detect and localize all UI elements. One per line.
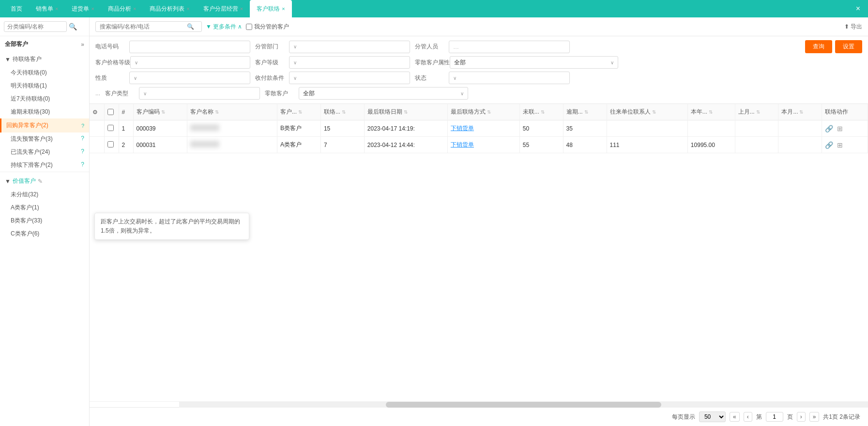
link-action-icon[interactable]: 🔗 [825, 125, 833, 132]
sort-icon: ⇅ [342, 109, 346, 115]
more-conditions-btn[interactable]: ▼ 更多条件 ∧ [206, 23, 242, 31]
sort-icon: ⇅ [756, 109, 760, 115]
sidebar-item-keep-drop[interactable]: 持续下滑客户(2) ? [0, 159, 89, 172]
page-label: 第 [756, 413, 762, 421]
th-unlink-days[interactable]: 未联...⇅ [519, 104, 563, 120]
horizontal-scrollbar[interactable] [90, 401, 868, 407]
per-page-select[interactable]: 50 100 200 [699, 411, 726, 422]
sidebar-item-repurchase-abnormal[interactable]: 回购异常客户(2) ? [0, 118, 89, 132]
sidebar-item-ungrouped[interactable]: 未分组(32) [0, 188, 89, 201]
value-customers-header[interactable]: ▼ 价值客户 ✎ [0, 174, 89, 188]
collapse-button[interactable]: » [81, 41, 84, 48]
nav-close-customer-contact[interactable]: × [282, 6, 285, 12]
already-lost-info-icon: ? [81, 148, 84, 156]
gender-select[interactable]: ∨ [129, 72, 250, 84]
sidebar-item-already-lost[interactable]: 已流失客户(24) ? [0, 146, 89, 159]
sidebar-item-overdue-contact[interactable]: 逾期未联络(30) [0, 105, 89, 118]
row-checkbox[interactable] [107, 125, 114, 131]
next-page-button[interactable]: › [797, 412, 806, 422]
th-this-year[interactable]: 本年...⇅ [687, 104, 735, 120]
my-customers-checkbox-wrap[interactable]: 我分管的客户 [246, 23, 289, 31]
nav-item-sales[interactable]: 销售单 × [29, 0, 65, 17]
sidebar-item-b-class[interactable]: B类客户(33) [0, 214, 89, 227]
nav-item-product-list[interactable]: 商品分析列表 × [143, 0, 196, 17]
sub-dept-select[interactable]: ∨ [289, 41, 410, 53]
sort-icon: ⇅ [799, 109, 803, 115]
cust-grade-cell: B类客户 [277, 120, 321, 137]
close-all-button[interactable]: × [856, 4, 860, 13]
my-customers-checkbox[interactable] [246, 24, 252, 30]
sidebar-item-c-class[interactable]: C类客户(6) [0, 227, 89, 240]
last-page-button[interactable]: » [809, 412, 820, 422]
th-last-month[interactable]: 上月...⇅ [735, 104, 778, 120]
cust-grade-cell: A类客户 [277, 137, 321, 153]
sidebar-item-7day-contact[interactable]: 近7天待联络(0) [0, 92, 89, 105]
cust-grade-select[interactable]: ∨ [289, 56, 410, 69]
select-all-checkbox[interactable] [107, 109, 114, 115]
status-select[interactable]: ∨ [449, 72, 570, 84]
sidebar-item-today-contact[interactable]: 今天待联络(0) [0, 66, 89, 79]
nav-close-purchase[interactable]: × [91, 6, 94, 12]
th-contact-person[interactable]: 往来单位联系人⇅ [607, 104, 687, 120]
last-contact-method-cell[interactable]: 下销货单 [447, 137, 519, 153]
page-number-input[interactable] [766, 412, 783, 422]
sort-icon: ⇅ [161, 109, 165, 115]
edit-icon[interactable]: ✎ [38, 178, 43, 185]
nav-close-customer-segment[interactable]: × [240, 6, 243, 12]
grid-action-icon[interactable]: ⊞ [837, 141, 843, 149]
th-overdue[interactable]: 逾期...⇅ [563, 104, 607, 120]
waiting-contact-header[interactable]: ▼ 待联络客户 [0, 52, 89, 66]
last-contact-date-cell: 2023-04-12 14:44: [364, 137, 447, 153]
nav-item-purchase[interactable]: 进货单 × [65, 0, 101, 17]
sidebar-item-a-class[interactable]: A类客户(1) [0, 201, 89, 214]
th-last-contact-date[interactable]: 最后联络日期⇅ [364, 104, 447, 120]
th-contact-count[interactable]: 联络...⇅ [320, 104, 364, 120]
export-button[interactable]: ⬆ 导出 [844, 23, 862, 31]
scrollbar-thumb[interactable] [386, 402, 661, 408]
price-grade-select[interactable]: ∨ [130, 56, 250, 69]
category-search-icon[interactable]: 🔍 [69, 23, 77, 30]
cust-type-select[interactable]: ∨ [139, 87, 260, 100]
retail-cust-select[interactable]: 全部 ∨ [299, 87, 468, 100]
sidebar-item-lost-forecast[interactable]: 流失预警客户(3) ? [0, 132, 89, 146]
th-last-contact-method[interactable]: 最后联络方式⇅ [447, 104, 519, 120]
search-icon[interactable]: 🔍 [187, 23, 194, 30]
nav-item-customer-segment[interactable]: 客户分层经营 × [197, 0, 250, 17]
payment-select[interactable]: ∨ [289, 72, 410, 84]
more-dots[interactable]: ... [95, 90, 100, 97]
th-this-month[interactable]: 本月...⇅ [778, 104, 822, 120]
nav-item-home[interactable]: 首页 [4, 0, 29, 17]
prev-page-button[interactable]: ‹ [744, 412, 752, 422]
grid-action-icon[interactable]: ⊞ [837, 125, 843, 132]
nav-close-sales[interactable]: × [55, 6, 58, 12]
nav-item-customer-contact[interactable]: 客户联络 × [250, 0, 291, 17]
sidebar-item-tomorrow-contact[interactable]: 明天待联络(1) [0, 79, 89, 92]
nav-close-product-list[interactable]: × [186, 6, 189, 12]
th-cust-grade[interactable]: 客户...⇅ [277, 104, 321, 120]
search-input[interactable] [100, 23, 187, 30]
caret-icon: ∨ [135, 60, 138, 65]
th-name[interactable]: 客户名称⇅ [187, 104, 277, 120]
nav-item-product-analysis[interactable]: 商品分析 × [101, 0, 143, 17]
last-contact-method-cell[interactable]: 下销货单 [447, 120, 519, 137]
sidebar: 🔍 全部客户 » ▼ 待联络客户 今天待联络(0) 明天待联络(1) 近7天待联… [0, 17, 90, 426]
retail-attr-select[interactable]: 全部 ∨ [450, 56, 618, 69]
caret-icon: ∨ [293, 44, 297, 49]
sub-person-input[interactable]: … [449, 41, 570, 53]
phone-input[interactable] [129, 41, 250, 53]
caret-icon: ∨ [293, 75, 297, 81]
query-button[interactable]: 查询 [805, 40, 832, 53]
category-search-input[interactable] [4, 21, 67, 32]
row-checkbox[interactable] [107, 141, 114, 147]
th-code[interactable]: 客户编码⇅ [133, 104, 187, 120]
gear-icon[interactable]: ⚙ [92, 109, 98, 116]
link-action-icon[interactable]: 🔗 [825, 141, 833, 149]
filter-row-2: 客户价格等级 ∨ 客户等级 ∨ 零散客户属性 全部 ∨ [95, 56, 862, 69]
unlink-days-cell: 55 [519, 137, 563, 153]
settings-button[interactable]: 设置 [835, 40, 862, 53]
simple-filter-bar: 🔍 ▼ 更多条件 ∧ 我分管的客户 ⬆ 导出 [90, 17, 868, 36]
first-page-button[interactable]: « [730, 412, 740, 422]
nav-close-product-analysis[interactable]: × [133, 6, 136, 12]
filter-sub-dept: 分管部门 ∨ [255, 41, 410, 53]
gear-cell [90, 120, 104, 137]
